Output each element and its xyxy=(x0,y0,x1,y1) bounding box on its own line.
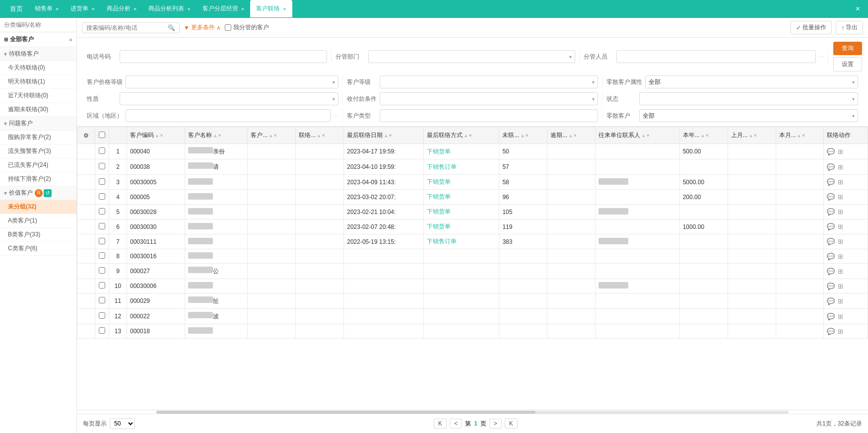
search-icon[interactable]: 🔍 xyxy=(168,24,175,31)
row-settings[interactable] xyxy=(77,190,95,205)
page-size-select[interactable]: 50 100 200 xyxy=(110,418,135,429)
sidebar-group-problem[interactable]: ▾ 问题客户 xyxy=(0,117,76,131)
grid-action-icon[interactable]: ⊞ xyxy=(838,268,843,275)
row-check[interactable] xyxy=(95,144,109,159)
last-method-link[interactable]: 下销货单 xyxy=(427,193,451,200)
grid-action-icon[interactable]: ⊞ xyxy=(838,313,843,320)
region-input[interactable] xyxy=(126,109,331,122)
row-checkbox[interactable] xyxy=(99,208,105,215)
row-checkbox[interactable] xyxy=(99,312,105,319)
first-page-button[interactable]: K xyxy=(434,419,447,429)
row-checkbox[interactable] xyxy=(99,282,105,289)
row-check[interactable] xyxy=(95,159,109,175)
nature-select[interactable]: ▾ xyxy=(120,92,338,105)
row-settings[interactable] xyxy=(77,324,95,339)
chat-icon[interactable]: 💬 xyxy=(827,163,835,171)
row-check[interactable] xyxy=(95,219,109,234)
sidebar-item-7days-pending[interactable]: 近7天待联络(0) xyxy=(0,89,76,103)
row-last-method[interactable]: 下销货单 xyxy=(424,219,499,234)
col-last-month[interactable]: 上月... ▲▼ xyxy=(728,127,776,144)
tab-customer-contact[interactable]: 客户联络 × xyxy=(250,0,292,17)
row-checkbox[interactable] xyxy=(99,193,105,200)
row-settings[interactable] xyxy=(77,234,95,249)
col-this-year[interactable]: 本年... ▲▼ xyxy=(679,127,728,144)
my-customers-checkbox[interactable] xyxy=(225,24,231,31)
last-page-button[interactable]: K xyxy=(505,419,518,429)
sidebar-item-c-class[interactable]: C类客户(6) xyxy=(0,242,76,256)
grid-action-icon[interactable]: ⊞ xyxy=(838,163,843,171)
close-customer-segment-tab[interactable]: × xyxy=(241,6,244,12)
col-last-method[interactable]: 最后联络方式 ▲▼ xyxy=(424,127,499,144)
chat-icon[interactable]: 💬 xyxy=(827,328,835,335)
row-checkbox[interactable] xyxy=(99,252,105,259)
row-settings[interactable] xyxy=(77,175,95,190)
chat-icon[interactable]: 💬 xyxy=(827,148,835,155)
status-select[interactable]: ▾ xyxy=(639,92,858,105)
tab-home[interactable]: 首页 xyxy=(4,0,29,17)
col-overdue[interactable]: 逾期... ▲▼ xyxy=(547,127,596,144)
close-customer-contact-tab[interactable]: × xyxy=(283,6,286,12)
row-check[interactable] xyxy=(95,190,109,205)
search-input[interactable] xyxy=(86,24,166,31)
row-check[interactable] xyxy=(95,234,109,249)
col-contact[interactable]: 联络... ▲▼ xyxy=(296,127,344,144)
row-last-method[interactable]: 下销货单 xyxy=(424,175,499,190)
sidebar-item-churn-warning[interactable]: 流失预警客户(3) xyxy=(0,144,76,158)
query-button[interactable]: 查询 xyxy=(833,42,862,55)
row-check[interactable] xyxy=(95,293,109,309)
sidebar-item-overdue-pending[interactable]: 逾期未联络(30) xyxy=(0,103,76,117)
row-check[interactable] xyxy=(95,175,109,190)
last-method-link[interactable]: 下销货单 xyxy=(427,148,451,155)
region-dots[interactable]: ··· xyxy=(334,112,338,119)
row-settings[interactable] xyxy=(77,309,95,324)
row-settings[interactable] xyxy=(77,144,95,159)
retail-customer-select[interactable]: 全部 ▾ xyxy=(639,109,858,122)
tab-customer-segment[interactable]: 客户分层经营 × xyxy=(197,0,250,17)
reset-button[interactable]: 设置 xyxy=(833,57,862,72)
customer-level-select[interactable]: ▾ xyxy=(380,75,599,88)
chat-icon[interactable]: 💬 xyxy=(827,238,835,245)
grid-action-icon[interactable]: ⊞ xyxy=(838,328,843,335)
row-checkbox[interactable] xyxy=(99,267,105,274)
prev-page-button[interactable]: < xyxy=(450,419,462,429)
row-checkbox[interactable] xyxy=(99,147,105,154)
chat-icon[interactable]: 💬 xyxy=(827,268,835,275)
sidebar-group-value[interactable]: ▾ 价值客户 R ↺ xyxy=(0,186,76,200)
row-check[interactable] xyxy=(95,309,109,324)
row-settings[interactable] xyxy=(77,205,95,219)
grid-action-icon[interactable]: ⊞ xyxy=(838,208,843,216)
row-checkbox[interactable] xyxy=(99,223,105,229)
col-name[interactable]: 客户名称 ▲▼ xyxy=(185,127,248,144)
row-last-method[interactable]: 下销售订单 xyxy=(424,234,499,249)
row-checkbox[interactable] xyxy=(99,178,105,185)
close-purchase-tab[interactable]: × xyxy=(91,6,94,12)
window-close-button[interactable]: × xyxy=(852,4,864,13)
row-check[interactable] xyxy=(95,205,109,219)
chat-icon[interactable]: 💬 xyxy=(827,253,835,260)
horizontal-scrollbar[interactable] xyxy=(156,411,789,414)
phone-input[interactable] xyxy=(120,50,327,63)
sidebar-collapse-btn[interactable]: « xyxy=(69,36,72,43)
tab-product-analysis[interactable]: 商品分析 × xyxy=(101,0,142,17)
price-level-select[interactable]: ▾ xyxy=(126,75,338,88)
sidebar-item-b-class[interactable]: B类客户(33) xyxy=(0,228,76,242)
row-checkbox[interactable] xyxy=(99,163,105,169)
tab-sales[interactable]: 销售单 × xyxy=(29,0,65,17)
row-check[interactable] xyxy=(95,249,109,264)
grid-action-icon[interactable]: ⊞ xyxy=(838,148,843,155)
person-input[interactable] xyxy=(616,50,816,63)
check-all-checkbox[interactable] xyxy=(99,132,105,138)
grid-action-icon[interactable]: ⊞ xyxy=(838,193,843,201)
last-method-link[interactable]: 下销货单 xyxy=(427,223,451,230)
batch-ops-button[interactable]: ✓ 批量操作 xyxy=(791,21,832,34)
col-check-all[interactable] xyxy=(95,127,109,144)
chat-icon[interactable]: 💬 xyxy=(827,193,835,201)
row-check[interactable] xyxy=(95,324,109,339)
row-check[interactable] xyxy=(95,264,109,279)
row-last-method[interactable]: 下销货单 xyxy=(424,205,499,219)
tab-product-analysis-list[interactable]: 商品分析列表 × xyxy=(142,0,196,17)
row-settings[interactable] xyxy=(77,159,95,175)
sidebar-item-today-pending[interactable]: 今天待联络(0) xyxy=(0,61,76,75)
grid-action-icon[interactable]: ⊞ xyxy=(838,283,843,290)
col-partner[interactable]: 往来单位联系人 ▲▼ xyxy=(596,127,679,144)
